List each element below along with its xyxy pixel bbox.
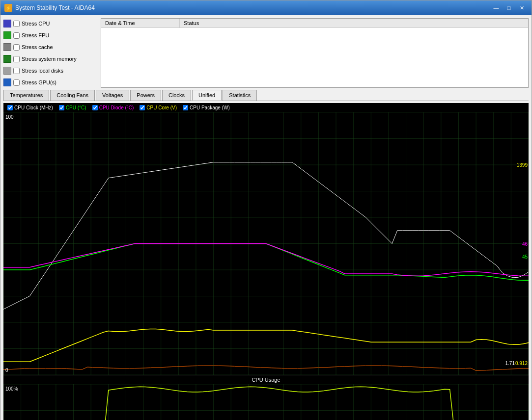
legend-cpu-package-label: CPU Package (W) <box>190 105 230 110</box>
stress-cpu-label: Stress CPU <box>22 21 50 26</box>
chart1-val-1399: 1399 <box>517 162 528 168</box>
legend-cpu-package: CPU Package (W) <box>183 105 230 110</box>
log-body[interactable] <box>101 28 528 82</box>
legend-cpu-package-check[interactable] <box>183 105 188 110</box>
log-header: Date & Time Status <box>101 19 528 28</box>
chart2-area: CPU Usage 100% 0% 3% <box>3 375 529 420</box>
tabs-row: Temperatures Cooling Fans Voltages Power… <box>3 90 529 101</box>
chart2-canvas <box>3 384 529 420</box>
log-date-header: Date & Time <box>101 19 180 27</box>
chart1-val-46: 46 <box>522 241 528 246</box>
legend-cpu-core-check[interactable] <box>140 105 145 110</box>
cache-stress-icon <box>3 43 11 51</box>
stress-disk-checkbox[interactable] <box>13 68 20 74</box>
stress-panel: Stress CPU Stress FPU Stress cache Stres… <box>3 18 97 88</box>
chart1-canvas <box>3 112 529 375</box>
stress-fpu-item: Stress FPU <box>3 30 97 41</box>
tab-voltages[interactable]: Voltages <box>96 90 129 101</box>
chart1-y-max: 100 <box>5 114 14 120</box>
app-icon: ⚡ <box>4 4 12 12</box>
legend-cpu-temp: CPU (°C) <box>59 105 86 110</box>
title-bar-buttons: — □ ✕ <box>490 3 528 12</box>
window-title: System Stability Test - AIDA64 <box>15 4 95 11</box>
chart1-canvas-wrapper: 100 0 45 46 1399 0.912 1.71 <box>3 112 529 375</box>
stress-fpu-label: Stress FPU <box>22 32 49 38</box>
stress-disk-label: Stress local disks <box>22 68 63 74</box>
legend-cpu-clock-check[interactable] <box>7 105 13 110</box>
chart1-val-171: 1.71 <box>505 361 515 366</box>
disk-stress-icon <box>3 67 11 75</box>
legend-cpu-core: CPU Core (V) <box>140 105 177 110</box>
minimize-button[interactable]: — <box>490 3 502 12</box>
main-window: ⚡ System Stability Test - AIDA64 — □ ✕ S… <box>0 0 532 420</box>
fpu-stress-icon <box>3 31 11 39</box>
chart1-y-min: 0 <box>5 368 8 373</box>
stress-cache-item: Stress cache <box>3 42 97 52</box>
chart1-area: CPU Clock (MHz) CPU (°C) CPU Diode (°C) … <box>3 103 529 375</box>
legend-cpu-diode-label: CPU Diode (°C) <box>99 105 134 110</box>
gpu-stress-icon <box>3 79 11 86</box>
legend-cpu-clock: CPU Clock (MHz) <box>7 105 53 110</box>
chart1-val-0912: 0.912 <box>515 361 528 366</box>
stress-gpu-label: Stress GPU(s) <box>22 79 56 85</box>
title-bar: ⚡ System Stability Test - AIDA64 — □ ✕ <box>0 0 532 15</box>
legend-cpu-diode-check[interactable] <box>92 105 98 110</box>
log-panel: Date & Time Status <box>101 18 529 88</box>
stress-cpu-checkbox[interactable] <box>13 21 20 27</box>
legend-cpu-core-label: CPU Core (V) <box>146 105 177 110</box>
chart1-val-45: 45 <box>522 254 528 260</box>
charts-section: CPU Clock (MHz) CPU (°C) CPU Diode (°C) … <box>3 103 529 420</box>
tab-powers[interactable]: Powers <box>130 90 161 101</box>
legend-cpu-clock-label: CPU Clock (MHz) <box>14 105 53 110</box>
tab-statistics[interactable]: Statistics <box>223 90 257 101</box>
tab-cooling-fans[interactable]: Cooling Fans <box>50 90 95 101</box>
stress-disk-item: Stress local disks <box>3 65 97 76</box>
stress-gpu-item: Stress GPU(s) <box>3 77 97 88</box>
stress-cpu-item: Stress CPU <box>3 18 97 29</box>
titlebar-close-button[interactable]: ✕ <box>516 3 528 12</box>
memory-stress-icon <box>3 55 11 63</box>
stress-cache-checkbox[interactable] <box>13 44 20 51</box>
tab-temperatures[interactable]: Temperatures <box>3 90 49 101</box>
stress-memory-label: Stress system memory <box>22 56 77 62</box>
stress-gpu-checkbox[interactable] <box>13 79 20 86</box>
legend-cpu-temp-check[interactable] <box>59 105 64 110</box>
chart2-y-max: 100% <box>5 386 18 392</box>
stress-fpu-checkbox[interactable] <box>13 32 20 39</box>
tab-unified[interactable]: Unified <box>192 90 222 101</box>
log-status-header: Status <box>180 19 528 27</box>
legend-cpu-temp-label: CPU (°C) <box>66 105 86 110</box>
chart1-legend: CPU Clock (MHz) CPU (°C) CPU Diode (°C) … <box>3 103 529 112</box>
stress-memory-item: Stress system memory <box>3 53 97 64</box>
tab-clocks[interactable]: Clocks <box>162 90 191 101</box>
cpu-stress-icon <box>3 20 11 27</box>
chart2-title: CPU Usage <box>3 375 529 384</box>
legend-cpu-diode: CPU Diode (°C) <box>92 105 134 110</box>
maximize-button[interactable]: □ <box>503 3 515 12</box>
stress-memory-checkbox[interactable] <box>13 56 20 62</box>
title-bar-left: ⚡ System Stability Test - AIDA64 <box>4 4 95 12</box>
content-area: Stress CPU Stress FPU Stress cache Stres… <box>0 15 532 420</box>
top-section: Stress CPU Stress FPU Stress cache Stres… <box>3 18 529 88</box>
chart2-canvas-wrapper: 100% 0% 3% <box>3 384 529 420</box>
stress-cache-label: Stress cache <box>22 44 53 50</box>
